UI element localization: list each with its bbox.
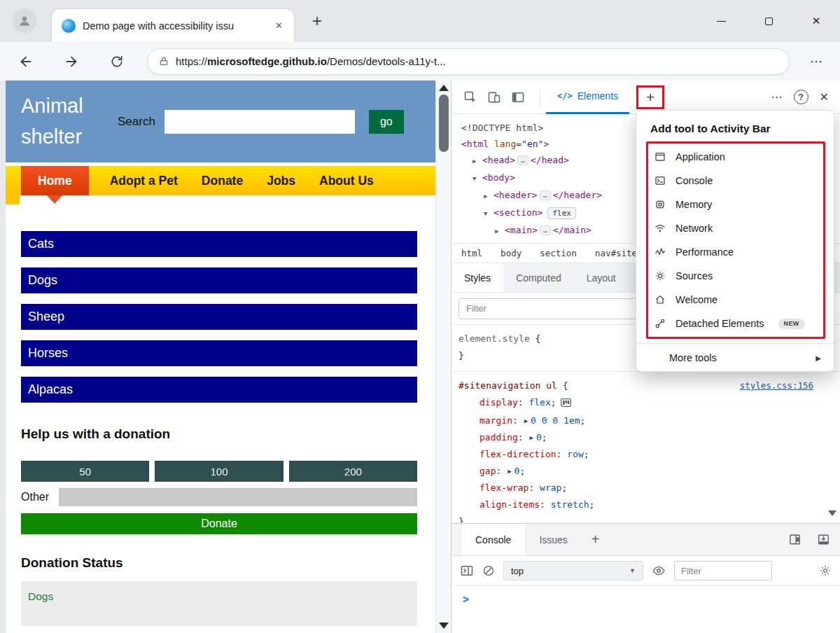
refresh-button[interactable] <box>105 50 129 74</box>
menu-item-more-tools[interactable]: More tools ▶ <box>636 344 834 372</box>
css-property-margin[interactable]: margin: ▶0 0 0 1em; <box>458 412 833 429</box>
console-input-area[interactable]: > <box>451 586 840 632</box>
css-property-flex-wrap[interactable]: flex-wrap: wrap; <box>458 480 833 496</box>
forward-button[interactable] <box>59 50 83 74</box>
search-go-button[interactable]: go <box>369 110 404 134</box>
nav-item-home[interactable]: Home <box>21 166 89 195</box>
css-property-value[interactable]: stretch <box>551 499 589 510</box>
css-property-display[interactable]: display: flex; <box>458 394 833 412</box>
tab-styles[interactable]: Styles <box>451 263 503 292</box>
animal-link-alpacas[interactable]: Alpacas <box>21 377 417 403</box>
back-button[interactable] <box>14 50 38 74</box>
javascript-context-select[interactable]: top ▼ <box>503 561 643 580</box>
amount-button-50[interactable]: 50 <box>21 461 149 482</box>
add-drawer-tab-button[interactable]: + <box>582 524 610 555</box>
console-settings-icon[interactable] <box>819 564 832 577</box>
console-sidebar-icon[interactable] <box>460 564 474 578</box>
tree-expand-arrow[interactable]: ▶ <box>472 153 482 169</box>
tab-layout[interactable]: Layout <box>574 263 629 292</box>
tree-expand-arrow[interactable]: ▶ <box>495 223 505 239</box>
amount-button-100[interactable]: 100 <box>155 461 283 482</box>
tab-close-button[interactable]: ✕ <box>271 19 287 32</box>
search-input[interactable] <box>164 110 355 134</box>
clear-console-icon[interactable] <box>482 564 495 577</box>
flex-editor-icon[interactable] <box>561 396 571 412</box>
donation-status-item[interactable]: Dogs <box>28 590 53 602</box>
shorthand-expand-icon[interactable]: ▶ <box>507 463 511 480</box>
menu-item-performance[interactable]: Performance <box>650 240 820 264</box>
other-amount-input[interactable] <box>59 488 417 506</box>
device-emulation-icon[interactable] <box>482 85 506 109</box>
scrollbar-thumb[interactable] <box>439 95 449 152</box>
activity-bar-location-icon[interactable] <box>506 85 530 109</box>
css-property-value[interactable]: row <box>567 449 583 459</box>
scroll-down-icon[interactable] <box>439 622 449 629</box>
dock-side-icon[interactable] <box>788 533 802 546</box>
menu-item-sources[interactable]: Sources <box>650 264 820 288</box>
animal-link-sheep[interactable]: Sheep <box>21 304 417 330</box>
tree-expand-arrow[interactable]: ▼ <box>484 206 493 222</box>
stylesheet-source-link[interactable]: styles.css:156 <box>740 377 813 394</box>
nav-item-about-us[interactable]: About Us <box>316 166 377 195</box>
css-property-name[interactable]: display <box>479 397 518 408</box>
new-tab-button[interactable]: + <box>307 11 328 31</box>
menu-item-memory[interactable]: Memory <box>650 193 820 216</box>
help-icon[interactable]: ? <box>794 90 808 104</box>
tree-expand-arrow[interactable]: ▶ <box>484 188 493 204</box>
shorthand-expand-icon[interactable]: ▶ <box>529 429 533 446</box>
menu-item-console[interactable]: Console <box>650 169 820 193</box>
css-property-gap[interactable]: gap: ▶0; <box>458 463 833 480</box>
css-property-padding[interactable]: padding: ▶0; <box>458 429 833 446</box>
profile-avatar[interactable] <box>13 9 36 33</box>
console-filter-input[interactable] <box>674 561 772 580</box>
nav-item-donate[interactable]: Donate <box>199 166 246 195</box>
page-scrollbar[interactable] <box>435 81 451 633</box>
breadcrumb-item-section[interactable]: section <box>540 248 577 258</box>
devtools-more-icon[interactable]: ⋯ <box>771 90 783 104</box>
minimize-button[interactable] <box>697 0 745 42</box>
browser-menu-button[interactable]: ⋯ <box>801 54 832 69</box>
live-expression-icon[interactable] <box>652 564 666 578</box>
css-property-value[interactable]: 0 0 0 1em <box>531 415 580 426</box>
css-property-value[interactable]: 0 <box>536 432 542 443</box>
tab-console[interactable]: Console <box>461 524 525 555</box>
menu-item-application[interactable]: Application <box>650 145 820 169</box>
tree-expand-arrow[interactable]: ▶ <box>495 241 505 243</box>
animal-link-cats[interactable]: Cats <box>21 231 417 257</box>
menu-item-network[interactable]: Network <box>650 216 820 240</box>
close-devtools-icon[interactable]: ✕ <box>820 90 829 104</box>
nav-item-jobs[interactable]: Jobs <box>264 166 298 195</box>
css-property-name[interactable]: flex-wrap <box>479 482 528 493</box>
tab-computed[interactable]: Computed <box>503 263 574 292</box>
element-style-selector[interactable]: element.style <box>458 333 530 344</box>
tree-expand-arrow[interactable]: ▼ <box>472 171 482 187</box>
menu-item-detached-elements[interactable]: Detached ElementsNEW <box>650 312 820 335</box>
collapse-drawer-icon[interactable] <box>817 533 830 546</box>
breadcrumb-item-html[interactable]: html <box>461 248 482 258</box>
close-window-button[interactable]: ✕ <box>792 0 840 42</box>
tab-issues[interactable]: Issues <box>525 524 581 555</box>
donate-button[interactable]: Donate <box>21 513 417 534</box>
address-bar[interactable]: https://microsoftedge.github.io/Demos/de… <box>147 48 790 75</box>
css-property-value[interactable]: wrap <box>540 482 561 493</box>
animal-link-horses[interactable]: Horses <box>21 340 417 366</box>
css-property-name[interactable]: margin <box>479 415 512 426</box>
css-property-name[interactable]: padding <box>479 432 518 443</box>
css-property-value[interactable]: flex <box>528 397 550 408</box>
tab-elements[interactable]: </> Elements <box>546 81 629 114</box>
css-property-name[interactable]: flex-direction <box>479 449 556 459</box>
browser-tab[interactable]: Demo page with accessibility issu ✕ <box>52 9 294 42</box>
amount-button-200[interactable]: 200 <box>289 461 417 482</box>
css-property-name[interactable]: gap <box>479 466 496 476</box>
css-property-align-items[interactable]: align-items: stretch; <box>458 496 833 513</box>
css-property-name[interactable]: align-items <box>479 499 540 510</box>
nav-item-adopt-a-pet[interactable]: Adopt a Pet <box>107 166 181 195</box>
shorthand-expand-icon[interactable]: ▶ <box>524 412 528 429</box>
breadcrumb-item-body[interactable]: body <box>500 248 522 258</box>
scroll-up-icon[interactable] <box>439 85 449 91</box>
menu-item-welcome[interactable]: Welcome <box>650 288 820 312</box>
css-rule-selector[interactable]: #sitenavigation ul <box>458 380 557 391</box>
add-tool-button[interactable]: + <box>642 88 659 107</box>
breadcrumb-item-nav-site[interactable]: nav#site <box>595 248 637 258</box>
styles-scroll-down-icon[interactable] <box>828 510 836 516</box>
